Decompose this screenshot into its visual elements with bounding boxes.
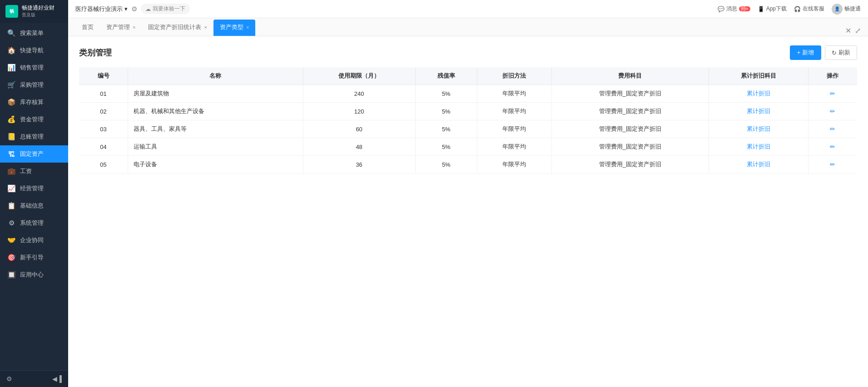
- row-name: 房屋及建筑物: [128, 85, 303, 103]
- sidebar-item-label: 经营管理: [20, 184, 44, 193]
- table-row: 04 运输工具 48 5% 年限平均 管理费用_固定资产折旧 累计折旧 ✏: [79, 138, 857, 156]
- row-period: 48: [303, 138, 415, 156]
- sidebar-item-finance[interactable]: 💰 资金管理: [0, 111, 68, 128]
- tabbar-actions: ✕ ⤢: [845, 26, 861, 36]
- data-table: 编号名称使用期限（月）残值率折旧方法费用科目累计折旧科目操作 01 房屋及建筑物…: [79, 67, 857, 174]
- sidebar-item-basic-info[interactable]: 📋 基础信息: [0, 197, 68, 214]
- tab-label-asset-mgmt: 资产管理: [106, 23, 130, 31]
- row-accumulated: 累计折旧: [709, 138, 808, 156]
- experience-label: 我要体验一下: [153, 5, 185, 13]
- sidebar-item-guide[interactable]: 🎯 新手引导: [0, 249, 68, 266]
- tab-home[interactable]: 首页: [75, 20, 100, 36]
- sidebar-item-fixed-asset[interactable]: 🏗 固定资产: [0, 145, 68, 163]
- guide-icon: 🎯: [7, 253, 15, 262]
- tabbar: 首页资产管理×固定资产折旧统计表×资产类型× ✕ ⤢: [68, 18, 868, 36]
- sidebar-item-search[interactable]: 🔍 搜索菜单: [0, 25, 68, 42]
- row-name: 器具、工具、家具等: [128, 120, 303, 138]
- purchase-icon: 🛒: [7, 81, 15, 89]
- sidebar-item-sales[interactable]: 📊 销售管理: [0, 59, 68, 76]
- row-period: 120: [303, 103, 415, 120]
- row-accumulated: 累计折旧: [709, 156, 808, 174]
- row-period: 60: [303, 120, 415, 138]
- table-row: 01 房屋及建筑物 240 5% 年限平均 管理费用_固定资产折旧 累计折旧 ✏: [79, 85, 857, 103]
- topbar-left: 医疗器械行业演示 ▾ ⚙ ☁ 我要体验一下: [75, 4, 190, 14]
- sidebar-item-inventory[interactable]: 📦 库存核算: [0, 94, 68, 111]
- content-actions: + 新增 ↻ 刷新: [790, 45, 857, 60]
- sidebar-item-salary[interactable]: 💼 工资: [0, 163, 68, 180]
- search-icon: 🔍: [7, 29, 15, 37]
- row-actions: ✏: [808, 138, 857, 156]
- tab-close-asset-mgmt[interactable]: ×: [133, 25, 135, 30]
- edit-icon[interactable]: ✏: [830, 143, 835, 150]
- app-subtitle: 普及版: [22, 12, 55, 18]
- col-header: 名称: [128, 67, 303, 85]
- row-method: 年限平均: [477, 120, 551, 138]
- row-code: 02: [79, 103, 128, 120]
- table-row: 03 器具、工具、家具等 60 5% 年限平均 管理费用_固定资产折旧 累计折旧…: [79, 120, 857, 138]
- tab-close-asset-type[interactable]: ×: [246, 25, 249, 30]
- sidebar-item-label: 应用中心: [20, 271, 44, 279]
- edit-icon[interactable]: ✏: [830, 108, 835, 115]
- sidebar-item-shortcut[interactable]: 🏠 快捷导航: [0, 42, 68, 59]
- edit-icon[interactable]: ✏: [830, 125, 835, 133]
- col-header: 残值率: [415, 67, 477, 85]
- col-header: 费用科目: [551, 67, 709, 85]
- refresh-btn[interactable]: ↻ 刷新: [825, 45, 857, 60]
- row-expense: 管理费用_固定资产折旧: [551, 156, 709, 174]
- edit-icon[interactable]: ✏: [830, 161, 835, 168]
- new-btn[interactable]: + 新增: [790, 45, 821, 60]
- username: 畅捷通: [844, 5, 861, 13]
- sidebar-item-operation[interactable]: 📈 经营管理: [0, 180, 68, 197]
- sidebar-item-label: 库存核算: [20, 98, 44, 106]
- sales-icon: 📊: [7, 64, 15, 72]
- row-name: 电子设备: [128, 156, 303, 174]
- row-code: 04: [79, 138, 128, 156]
- row-accumulated: 累计折旧: [709, 103, 808, 120]
- sidebar-item-purchase[interactable]: 🛒 采购管理: [0, 76, 68, 94]
- close-tab-icon[interactable]: ✕: [845, 26, 851, 35]
- settings-icon[interactable]: ⚙: [6, 375, 12, 382]
- tab-asset-type[interactable]: 资产类型×: [213, 20, 255, 36]
- row-actions: ✏: [808, 85, 857, 103]
- tab-label-fixed-asset-table: 固定资产折旧统计表: [148, 23, 201, 31]
- tab-label-home: 首页: [82, 23, 94, 31]
- sidebar-item-enterprise[interactable]: 🤝 企业协同: [0, 232, 68, 249]
- sidebar-item-label: 总账管理: [20, 133, 44, 141]
- sidebar-item-ledger[interactable]: 📒 总账管理: [0, 128, 68, 145]
- row-expense: 管理费用_固定资产折旧: [551, 120, 709, 138]
- row-expense: 管理费用_固定资产折旧: [551, 85, 709, 103]
- app-logo: 畅: [5, 5, 18, 18]
- sidebar-item-label: 系统管理: [20, 219, 44, 227]
- row-residual: 5%: [415, 120, 477, 138]
- tab-fixed-asset-table[interactable]: 固定资产折旧统计表×: [142, 20, 213, 36]
- company-selector[interactable]: 医疗器械行业演示 ▾: [75, 5, 128, 13]
- tab-label-asset-type: 资产类型: [220, 23, 243, 31]
- row-expense: 管理费用_固定资产折旧: [551, 138, 709, 156]
- cloud-icon: ☁: [145, 6, 151, 12]
- settings-btn[interactable]: ⚙: [131, 5, 137, 13]
- expand-icon[interactable]: ⤢: [855, 26, 861, 35]
- row-actions: ✏: [808, 120, 857, 138]
- tab-close-fixed-asset-table[interactable]: ×: [204, 25, 207, 30]
- operation-icon: 📈: [7, 184, 15, 193]
- app-download-btn[interactable]: 📱 App下载: [758, 5, 787, 13]
- user-menu[interactable]: 👤 畅捷通: [832, 4, 861, 15]
- sidebar-item-app-center[interactable]: 🔲 应用中心: [0, 266, 68, 283]
- sidebar-item-label: 基础信息: [20, 202, 44, 210]
- sidebar-item-label: 资金管理: [20, 115, 44, 124]
- basic-info-icon: 📋: [7, 202, 15, 210]
- content-header: 类别管理 + 新增 ↻ 刷新: [79, 45, 857, 60]
- col-header: 编号: [79, 67, 128, 85]
- sidebar-nav: 🔍 搜索菜单 🏠 快捷导航 📊 销售管理 🛒 采购管理 📦 库存核算 💰 资金管…: [0, 23, 68, 370]
- collapse-icon[interactable]: ◀▐: [52, 375, 62, 382]
- experience-btn[interactable]: ☁ 我要体验一下: [141, 4, 190, 14]
- sidebar-item-system[interactable]: ⚙ 系统管理: [0, 214, 68, 232]
- edit-icon[interactable]: ✏: [830, 90, 835, 97]
- online-service-btn[interactable]: 🎧 在线客服: [794, 5, 824, 13]
- row-method: 年限平均: [477, 138, 551, 156]
- sidebar-item-label: 快捷导航: [20, 46, 44, 55]
- tab-asset-mgmt[interactable]: 资产管理×: [100, 20, 142, 36]
- notifications-btn[interactable]: 💬 消息 99+: [718, 5, 750, 13]
- row-code: 03: [79, 120, 128, 138]
- row-period: 36: [303, 156, 415, 174]
